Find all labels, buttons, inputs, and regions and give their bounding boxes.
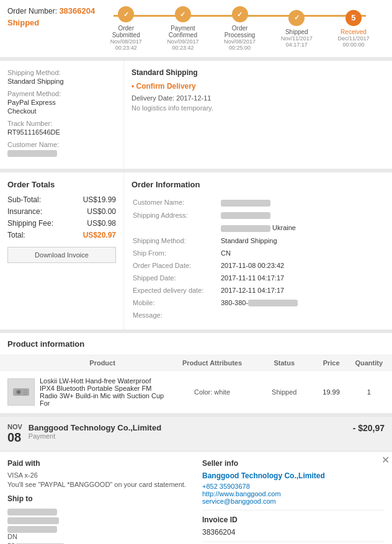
step-circle-3: ✓ xyxy=(232,6,248,22)
payment-method-label: Payment Method: xyxy=(7,90,61,97)
paypal-left: Paid with VISA x-26 You'll see "PAYPAL *… xyxy=(7,459,190,544)
paypal-type: Payment xyxy=(29,432,161,440)
step-circle-2: ✓ xyxy=(175,6,191,22)
delivery-date-value: 2017-12-11 xyxy=(176,94,211,102)
paypal-header: NOV 08 Banggood Technology Co.,Limited P… xyxy=(0,417,392,452)
product-price: 19.99 xyxy=(310,388,354,396)
step-order-submitted: ✓ Order Submitted Nov/08/2017 00:23:42 xyxy=(101,6,151,51)
paypal-company: Banggood Technology Co.,Limited xyxy=(29,423,161,432)
payment-method-row: Payment Method: PayPal ExpressCheckout xyxy=(7,89,116,115)
invoice-title: Invoice ID xyxy=(202,515,385,524)
info-ship-method-label: Shipping Method: xyxy=(133,235,220,246)
info-customer-value xyxy=(221,197,383,208)
shipping-fee-row: Shipping Fee: US$0.98 xyxy=(7,219,116,228)
order-number-row: Order Number: 38366204 xyxy=(7,6,95,16)
ship-line1 xyxy=(7,507,190,515)
product-name: Loskii LW-Hott Hand-free Waterproof IPX4… xyxy=(40,377,165,407)
step-shipped: ✓ Shipped Nov/11/2017 04:17:17 xyxy=(272,10,321,48)
info-message-value xyxy=(221,310,383,321)
order-header: Order Number: 38366204 Shipped ✓ Order S… xyxy=(0,0,392,57)
info-row-address: Shipping Address: xyxy=(133,210,383,221)
step-label-2: Payment Confirmed xyxy=(161,25,205,38)
standard-shipping-title: Standard Shipping xyxy=(131,68,385,77)
info-ship-from-label: Ship From: xyxy=(133,247,220,259)
step-circle-1: ✓ xyxy=(118,6,134,22)
track-number-row: Track Number: RT951116546DE xyxy=(7,119,116,136)
seller-email[interactable]: service@banggood.com xyxy=(202,497,385,505)
seller-name: Banggood Technology Co.,Limited xyxy=(202,471,385,480)
paypal-amount: - $20,97 xyxy=(353,423,385,433)
payment-method-value: PayPal ExpressCheckout xyxy=(7,99,56,115)
track-number-value: RT951116546DE xyxy=(7,128,60,136)
paypal-date-column: NOV 08 xyxy=(7,423,22,445)
product-price-header: Price xyxy=(310,359,354,367)
total-row: Total: US$20.97 xyxy=(7,231,116,239)
step-date-2: Nov/09/2017 00:23:42 xyxy=(158,38,208,51)
info-ship-from-value: CN xyxy=(221,247,383,259)
svg-rect-4 xyxy=(23,392,27,393)
divider-2 xyxy=(202,542,385,542)
speaker-icon xyxy=(12,383,30,401)
seller-phone: +852 35903678 xyxy=(202,483,385,490)
close-button[interactable]: ✕ xyxy=(381,454,390,466)
step-circle-5: 5 xyxy=(345,10,362,26)
paid-with-title: Paid with xyxy=(7,459,190,468)
info-country-value: Ukraine xyxy=(221,222,383,234)
order-number-value: 38366204 xyxy=(59,6,95,16)
order-info-title: Order Information xyxy=(131,180,385,189)
confirm-delivery-link[interactable]: Confirm Delivery xyxy=(131,82,385,91)
download-invoice-button[interactable]: Download Invoice xyxy=(7,247,116,263)
step-date-4: Nov/11/2017 04:17:17 xyxy=(272,35,321,48)
info-row-customer: Customer Name: xyxy=(133,197,383,208)
step-label-1: Order Submitted xyxy=(104,25,148,38)
info-row-ship-from: Ship From: CN xyxy=(133,247,383,259)
step-order-processing: ✓ Order Processing Nov/08/2017 00:25:00 xyxy=(215,6,265,51)
product-section-title: Product information xyxy=(0,333,392,355)
seller-website[interactable]: http://www.banggood.com xyxy=(202,490,385,497)
product-status: Shipped xyxy=(259,388,310,396)
product-attributes: Color: white xyxy=(165,388,259,396)
ship-to-block: Ship to DN 53 xyxy=(7,494,190,544)
svg-point-2 xyxy=(17,391,20,393)
info-country-label xyxy=(133,222,220,234)
step-circle-4: ✓ xyxy=(288,10,305,26)
customer-name-value xyxy=(7,150,57,157)
customer-name-row: Customer Name: xyxy=(7,140,116,158)
order-number-block: Order Number: 38366204 Shipped xyxy=(7,6,95,27)
divider-1 xyxy=(202,510,385,511)
product-col-header: Product xyxy=(40,359,165,367)
paypal-right: ✕ Seller info Banggood Technology Co.,Li… xyxy=(202,459,385,544)
invoice-id: 38366204 xyxy=(202,528,385,537)
product-row: Loskii LW-Hott Hand-free Waterproof IPX4… xyxy=(0,371,392,413)
insurance-row: Insurance: US$0.00 xyxy=(7,207,116,216)
step-payment-confirmed: ✓ Payment Confirmed Nov/09/2017 00:23:42 xyxy=(158,6,208,51)
info-expected-value: 2017-12-11 04:17:17 xyxy=(221,285,383,296)
order-info-table: Customer Name: Shipping Address: Ukraine… xyxy=(131,195,385,322)
info-expected-label: Expected delivery date: xyxy=(133,285,220,296)
product-image xyxy=(7,378,35,406)
product-attr-header: Product Attributes xyxy=(165,359,259,367)
info-row-order-placed: Order Placed Date: 2017-11-08 00:23:42 xyxy=(133,260,383,271)
info-order-placed-value: 2017-11-08 00:23:42 xyxy=(221,260,383,271)
order-mid-section: Order Totals Sub-Total: US$19.99 Insuran… xyxy=(0,172,392,329)
shipping-method-row: Shipping Method: Standard Shipping xyxy=(7,68,116,86)
info-shipped-date-label: Shipped Date: xyxy=(133,272,220,283)
product-quantity: 1 xyxy=(353,388,385,396)
order-info: Order Information Customer Name: Shippin… xyxy=(124,172,392,329)
info-customer-label: Customer Name: xyxy=(133,197,220,208)
subtotal-label: Sub-Total: xyxy=(7,195,41,204)
shipping-fee-value: US$0.98 xyxy=(87,219,116,228)
info-shipped-date-value: 2017-11-11 04:17:17 xyxy=(221,272,383,283)
track-number-label: Track Number: xyxy=(7,120,52,127)
paypal-company-block: Banggood Technology Co.,Limited Payment xyxy=(29,423,161,440)
product-status-header: Status xyxy=(259,359,310,367)
info-address-value xyxy=(221,210,383,221)
info-mobile-value: 380-380- xyxy=(221,297,383,309)
step-date-1: Nov/08/2017 00:23:42 xyxy=(101,38,151,51)
no-logistics-text: No logistics info temporary. xyxy=(131,104,385,112)
info-row-ship-method: Shipping Method: Standard Shipping xyxy=(133,235,383,246)
visa-info: VISA x-26 xyxy=(7,471,190,479)
shipping-right: Standard Shipping Confirm Delivery Deliv… xyxy=(124,61,392,169)
shipping-method-value: Standard Shipping xyxy=(7,78,64,85)
order-status: Shipped xyxy=(7,18,95,27)
